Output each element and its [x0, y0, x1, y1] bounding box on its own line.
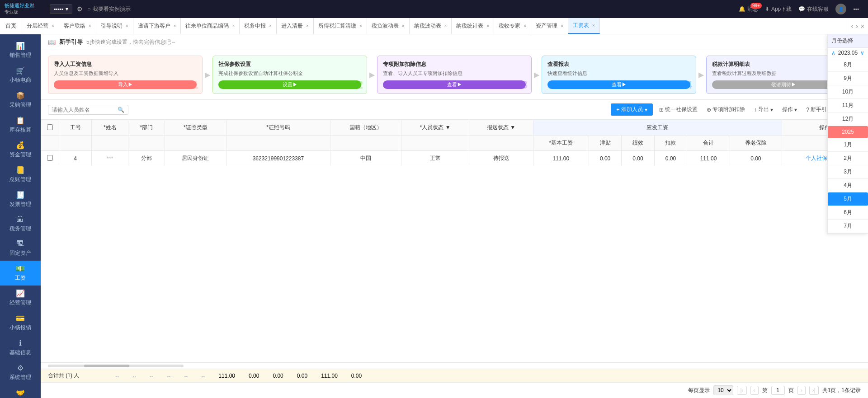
step-2-button[interactable]: 设置▶ — [218, 80, 361, 89]
search-icon[interactable]: 🔍 — [118, 107, 124, 113]
tab-zichan[interactable]: 资产管理× — [531, 18, 568, 34]
user-menu-icon[interactable]: ▪▪▪ — [853, 6, 859, 12]
next-page-button[interactable]: › — [797, 386, 806, 395]
tab-close-fengjing[interactable]: × — [52, 23, 54, 28]
export-button[interactable]: ↑ 导出 ▾ — [751, 104, 776, 115]
month-item-5[interactable]: 5月 — [828, 192, 868, 206]
gear-icon[interactable]: ⚙ — [77, 5, 83, 13]
sidebar-item-ecommerce[interactable]: 🛒 小畅电商 — [0, 63, 41, 88]
page-number-input[interactable] — [771, 386, 785, 395]
tab-close-naja[interactable]: × — [444, 23, 447, 28]
online-service-button[interactable]: 💬 在线客服 — [798, 5, 829, 13]
tab-shufu[interactable]: 税负波动表× — [367, 18, 410, 34]
tab-fengjing[interactable]: 分层经营× — [22, 18, 59, 34]
year-prev-icon[interactable]: ∧ — [831, 50, 835, 56]
tab-close-shuijian[interactable]: × — [524, 23, 526, 28]
app-download-button[interactable]: ⬇ App下载 — [765, 5, 792, 13]
demo-link[interactable]: ○ 我要看实例演示 — [87, 5, 130, 13]
per-page-select[interactable]: 10 20 50 — [713, 385, 733, 395]
sidebar-item-purchase[interactable]: 📦 采购管理 — [0, 88, 41, 112]
tab-close-all-button[interactable]: × — [861, 23, 864, 30]
tab-shuiwu[interactable]: 税务申报× — [240, 18, 277, 34]
tab-yaoqing[interactable]: 邀请下游客户× — [133, 18, 181, 34]
footer-sum-total: 111.00 — [321, 373, 338, 379]
row-action-social[interactable]: 个人社保 — [806, 155, 827, 161]
finance-icon: 💰 — [16, 141, 25, 150]
step-3-button[interactable]: 查看▶ — [383, 80, 526, 89]
sidebar-item-management[interactable]: 📈 经营管理 — [0, 286, 41, 310]
prev-page-button[interactable]: ‹ — [750, 386, 759, 395]
sidebar-item-collab[interactable]: 🤝 企业协同 — [0, 385, 41, 398]
tab-home[interactable]: 首页 — [0, 18, 22, 34]
sidebar-item-salary[interactable]: 💵 工资 — [0, 261, 41, 286]
month-item-3[interactable]: 3月 — [828, 165, 868, 179]
tab-next-button[interactable]: › — [856, 23, 858, 30]
tab-close-gongzi[interactable]: × — [592, 23, 595, 28]
last-page-button[interactable]: ›| — [809, 386, 819, 395]
tab-close-wanglai[interactable]: × — [232, 23, 235, 28]
notification-button[interactable]: 🔔 消息 99+ — [739, 5, 758, 13]
month-item-11[interactable]: 11月 — [828, 99, 868, 112]
sidebar-item-invoice[interactable]: 🧾 发票管理 — [0, 187, 41, 212]
tab-close-jinru[interactable]: × — [306, 23, 309, 28]
tab-close-yaoqing[interactable]: × — [174, 23, 176, 28]
operations-button[interactable]: 操作 ▾ — [779, 104, 800, 115]
month-item-10[interactable]: 10月 — [828, 85, 868, 99]
tab-kehu[interactable]: 客户联络× — [59, 18, 96, 34]
month-item-2[interactable]: 2月 — [828, 152, 868, 165]
tab-close-zichan[interactable]: × — [561, 23, 563, 28]
sidebar-item-finance[interactable]: 💰 资金管理 — [0, 137, 41, 162]
unified-setting-button[interactable]: ⊞ 统一社保设置 — [656, 104, 700, 115]
tab-close-naji[interactable]: × — [486, 23, 489, 28]
row-checkbox[interactable] — [47, 155, 53, 161]
tab-shuijian[interactable]: 税收专家× — [494, 18, 531, 34]
sidebar-item-assets[interactable]: 🏗 固定资产 — [0, 236, 41, 261]
tab-close-suode[interactable]: × — [359, 23, 362, 28]
scroll-bar[interactable] — [48, 365, 184, 367]
month-item-8[interactable]: 8月 — [828, 58, 868, 72]
month-item-12[interactable]: 12月 — [828, 112, 868, 126]
step-4-button[interactable]: 查看▶ — [547, 80, 690, 89]
month-item-4[interactable]: 4月 — [828, 179, 868, 192]
tab-close-shuiwu[interactable]: × — [269, 23, 272, 28]
sidebar-item-sales[interactable]: 📊 销售管理 — [0, 38, 41, 63]
guide-book-icon: 📖 — [48, 38, 56, 46]
first-page-button[interactable]: |‹ — [737, 386, 746, 395]
sidebar-item-expense[interactable]: 💳 小畅报销 — [0, 310, 41, 335]
add-person-button[interactable]: + 添加人员 ▾ — [611, 103, 653, 116]
avatar[interactable]: 👤 — [835, 4, 846, 14]
tab-suode[interactable]: 所得税汇算清缴× — [314, 18, 367, 34]
sidebar-item-ledger[interactable]: 📒 总账管理 — [0, 162, 41, 187]
tab-close-shufu[interactable]: × — [402, 23, 405, 28]
sidebar-item-inventory[interactable]: 📋 库存核算 — [0, 112, 41, 137]
tab-close-yindao[interactable]: × — [126, 23, 128, 28]
special-deduction-button[interactable]: ⊕ 专项附加扣除 — [704, 104, 748, 115]
month-item-7[interactable]: 7月 — [828, 220, 868, 233]
footer-pension-total: 0.00 — [351, 373, 362, 379]
tab-prev-button[interactable]: ‹ — [851, 23, 853, 30]
month-item-6[interactable]: 6月 — [828, 206, 868, 220]
tab-yindao[interactable]: 引导说明× — [96, 18, 133, 34]
user-selector[interactable]: ▪▪▪▪▪ ▾ — [50, 4, 72, 14]
total-records-label: 共1页，1条记录 — [822, 387, 861, 394]
ecommerce-icon: 🛒 — [16, 66, 25, 75]
step-3-title: 专项附加扣除信息 — [383, 61, 526, 68]
sidebar-item-basic[interactable]: ℹ 基础信息 — [0, 335, 41, 360]
month-item-9[interactable]: 9月 — [828, 72, 868, 85]
tab-gongzi[interactable]: 工资表× — [568, 18, 600, 34]
th-performance: 绩效 — [622, 136, 654, 151]
month-item-year-2025[interactable]: 2025 — [828, 126, 868, 138]
tab-naja[interactable]: 纳税波动表× — [410, 18, 452, 34]
tab-close-kehu[interactable]: × — [89, 23, 91, 28]
sidebar-item-system[interactable]: ⚙ 系统管理 — [0, 360, 41, 385]
step-1-button[interactable]: 导入▶ — [54, 80, 197, 89]
search-input[interactable] — [52, 107, 115, 113]
scroll-thumb[interactable] — [84, 365, 129, 367]
tab-jinru[interactable]: 进入清册× — [277, 18, 314, 34]
year-next-icon[interactable]: ∨ — [860, 50, 864, 56]
tab-wanglai[interactable]: 往来单位商品编码× — [181, 18, 240, 34]
month-item-1[interactable]: 1月 — [828, 138, 868, 152]
sidebar-item-tax[interactable]: 🏛 税务管理 — [0, 212, 41, 236]
tab-naji[interactable]: 纳税统计表× — [452, 18, 494, 34]
select-all-checkbox[interactable] — [47, 124, 53, 130]
